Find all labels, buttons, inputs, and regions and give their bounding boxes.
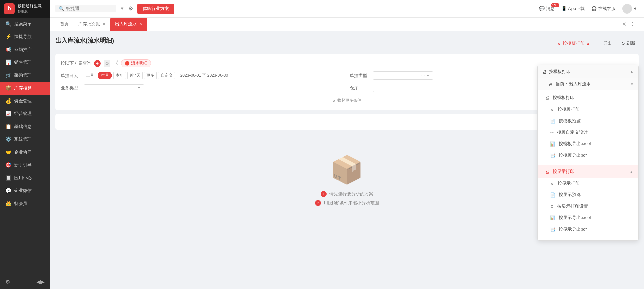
sidebar-item-finance[interactable]: 💰 资金管理 bbox=[0, 95, 50, 107]
online-service-btn[interactable]: 🎧 在线客服 bbox=[591, 6, 616, 12]
current-arrow-icon[interactable]: ▼ bbox=[630, 82, 634, 86]
sidebar-item-wechat[interactable]: 💬 企业微信 bbox=[0, 184, 50, 197]
date-btn-current-year[interactable]: 本年 bbox=[113, 72, 126, 79]
trial-btn[interactable]: 体验行业方案 bbox=[137, 4, 174, 14]
export-icon: ↑ bbox=[600, 41, 602, 46]
sub-preview-icon: 📄 bbox=[550, 119, 555, 124]
display-print-sub-print[interactable]: 🖨 按显示打印 bbox=[538, 178, 638, 189]
username-label: Rit bbox=[633, 6, 639, 11]
sidebar-item-label-system: 系统管理 bbox=[14, 136, 32, 142]
topbar-right: 💬 消息 99+ 📱 App下载 🎧 在线客服 Rit bbox=[539, 4, 639, 14]
sidebar-item-system[interactable]: ⚙️ 系统管理 bbox=[0, 133, 50, 146]
sidebar-item-base[interactable]: 📋 基础信息 bbox=[0, 120, 50, 133]
sidebar-footer: ⚙ ◀▶ bbox=[0, 274, 50, 289]
sidebar-item-cooperation[interactable]: 🤝 企业协同 bbox=[0, 146, 50, 159]
appstore-icon: 🔲 bbox=[5, 175, 11, 181]
type-select[interactable]: ··· ▼ bbox=[373, 71, 433, 80]
page-body: 出入库流水(流水明细) 🖨 按模板打印 ▲ ↑ 导出 ↻ 刷新 bbox=[50, 31, 644, 289]
display-export-pdf[interactable]: 📑 按显示导出pdf bbox=[538, 224, 638, 235]
settings-icon[interactable]: ⚙ bbox=[5, 279, 10, 285]
marketing-icon: 📢 bbox=[5, 47, 11, 53]
dropdown-collapse-icon[interactable]: ▲ bbox=[630, 69, 634, 74]
date-btn-7days[interactable]: 近7天 bbox=[127, 72, 143, 79]
sidebar-item-label-vip: 畅会员 bbox=[14, 201, 27, 207]
search-input[interactable] bbox=[66, 6, 107, 11]
topbar-gear-icon[interactable]: ⚙ bbox=[128, 5, 133, 12]
filter-biz-field: 业务类型 ▼ bbox=[61, 84, 344, 91]
close-tab-btn[interactable]: ✕ bbox=[621, 20, 628, 28]
page-header-actions: 🖨 按模板打印 ▲ ↑ 导出 ↻ 刷新 bbox=[554, 38, 639, 48]
main-content: 🔍 ▼ ⚙ 体验行业方案 💬 消息 99+ 📱 App下载 🎧 在线客服 bbox=[50, 0, 644, 289]
topbar-chevron-icon[interactable]: ▼ bbox=[120, 6, 124, 11]
date-btn-prev-month[interactable]: 上月 bbox=[84, 72, 96, 79]
sidebar-item-quicknav[interactable]: ⚡ 快捷导航 bbox=[0, 30, 50, 43]
display-sub-excel-icon: 📊 bbox=[550, 215, 555, 220]
empty-step-2: 2 用[过滤]条件来缩小分析范围 bbox=[315, 200, 379, 206]
template-print-btn[interactable]: 🖨 按模板打印 ▲ bbox=[554, 38, 594, 48]
biz-chevron-icon: ▼ bbox=[137, 86, 141, 90]
set-default-btn[interactable]: ⚙ 设置默认功能 ▼ bbox=[538, 239, 638, 240]
expand-tab-btn[interactable]: ⛶ bbox=[631, 21, 639, 28]
sidebar-item-purchase[interactable]: 🛒 采购管理 bbox=[0, 69, 50, 82]
sidebar-item-operations[interactable]: 📈 经营管理 bbox=[0, 107, 50, 120]
date-btn-current-month[interactable]: 本月 bbox=[98, 72, 112, 79]
dropdown-scroll: 🖨 当前：出入库流水 ▼ 🖨 按模板打印 🖨 按模板打印 bbox=[538, 78, 638, 240]
sidebar-item-label-guide: 新手引导 bbox=[14, 162, 32, 168]
tab-home[interactable]: 首页 bbox=[55, 18, 74, 31]
printer-header-icon: 🖨 bbox=[543, 69, 547, 74]
filter-tag-water[interactable]: 🔴 流水明细 bbox=[121, 59, 151, 67]
search-icon: 🔍 bbox=[5, 21, 11, 27]
message-btn[interactable]: 💬 消息 99+ bbox=[539, 6, 555, 12]
collapse-sidebar-icon[interactable]: ◀▶ bbox=[36, 279, 45, 285]
page-header: 出入库流水(流水明细) 🖨 按模板打印 ▲ ↑ 导出 ↻ 刷新 bbox=[55, 36, 639, 50]
app-download-btn[interactable]: 📱 App下载 bbox=[561, 6, 585, 12]
headset-icon: 🎧 bbox=[591, 6, 597, 11]
filter-settings-icon[interactable]: ⚙ bbox=[104, 60, 110, 67]
template-export-excel[interactable]: 📊 按模板导出excel bbox=[538, 138, 638, 150]
sales-icon: 📊 bbox=[5, 59, 11, 65]
close-tab-batch-icon[interactable]: ✕ bbox=[102, 22, 106, 26]
display-print-header[interactable]: 🖨 按显示打印 ▲ bbox=[538, 165, 638, 178]
collapse-filter-btn[interactable]: ∧ 收起更多条件 bbox=[333, 98, 361, 103]
sidebar-item-appstore[interactable]: 🔲 应用中心 bbox=[0, 172, 50, 184]
template-custom-design[interactable]: ✏ 模板自定义设计 bbox=[538, 127, 638, 138]
sidebar-item-search[interactable]: 🔍 搜索菜单 bbox=[0, 18, 50, 30]
topbar-search-box[interactable]: 🔍 bbox=[55, 5, 116, 12]
type-label: 单据类型 bbox=[350, 73, 370, 79]
sidebar-item-marketing[interactable]: 📢 营销推广 bbox=[0, 43, 50, 56]
template-export-pdf[interactable]: 📑 按模板导出pdf bbox=[538, 150, 638, 161]
close-tab-flow-icon[interactable]: ✕ bbox=[139, 22, 142, 26]
date-btn-more[interactable]: 更多 bbox=[144, 72, 157, 79]
sidebar-item-label-finance: 资金管理 bbox=[14, 98, 32, 104]
date-btn-custom[interactable]: 自定义 bbox=[158, 72, 175, 79]
template-print-sub-preview[interactable]: 📄 按模板预览 bbox=[538, 115, 638, 127]
tab-batch[interactable]: 库存批次账 ✕ bbox=[74, 18, 110, 31]
export-btn[interactable]: ↑ 导出 bbox=[596, 38, 616, 48]
filter-collapse-icon[interactable]: 《 bbox=[113, 60, 118, 67]
quicknav-icon: ⚡ bbox=[5, 34, 11, 40]
sidebar-item-sales[interactable]: 📊 销售管理 bbox=[0, 56, 50, 69]
wechat-icon: 💬 bbox=[5, 188, 11, 194]
template-print-sub-print[interactable]: 🖨 按模板打印 bbox=[538, 104, 638, 115]
sidebar-item-label-cooperation: 企业协同 bbox=[14, 149, 32, 155]
sidebar-item-inventory[interactable]: 📦 库存核算 bbox=[0, 82, 50, 95]
avatar bbox=[622, 4, 632, 14]
display-print-sub-preview[interactable]: 📄 按显示预览 bbox=[538, 189, 638, 201]
sidebar-item-label-wechat: 企业微信 bbox=[14, 188, 32, 194]
user-avatar-area[interactable]: Rit bbox=[622, 4, 639, 14]
sidebar-item-vip[interactable]: 👑 畅会员 bbox=[0, 197, 50, 210]
tab-flow[interactable]: 出入库流水 ✕ bbox=[110, 18, 147, 31]
date-label: 单据日期 bbox=[61, 73, 81, 79]
display-export-excel[interactable]: 📊 按显示导出excel bbox=[538, 212, 638, 224]
display-sub-pdf-icon: 📑 bbox=[550, 227, 555, 232]
display-print-settings[interactable]: ⚙ 按显示打印设置 bbox=[538, 201, 638, 212]
vip-icon: 👑 bbox=[5, 201, 11, 207]
template-print-header[interactable]: 🖨 按模板打印 bbox=[538, 91, 638, 104]
refresh-btn[interactable]: ↻ 刷新 bbox=[618, 38, 639, 48]
sidebar-item-guide[interactable]: 🎯 新手引导 bbox=[0, 159, 50, 172]
dropdown-divider-1 bbox=[538, 163, 638, 163]
sidebar-item-label-marketing: 营销推广 bbox=[14, 47, 32, 53]
biz-select[interactable]: ▼ bbox=[84, 84, 144, 91]
filter-add-btn[interactable]: + bbox=[94, 60, 101, 67]
type-more-icon[interactable]: ··· bbox=[421, 73, 425, 78]
